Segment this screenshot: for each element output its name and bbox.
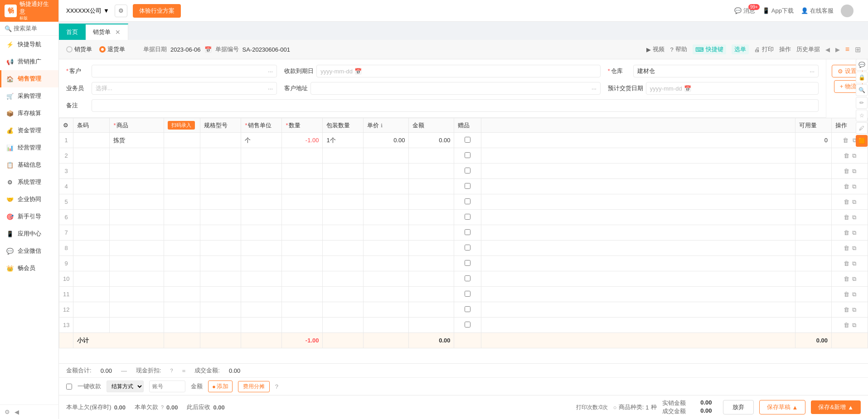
trial-button[interactable]: 体验行业方案	[133, 4, 181, 18]
list-view-icon[interactable]: ≡	[845, 45, 849, 53]
return-bill-radio[interactable]: 退货单	[99, 45, 125, 53]
row-spec-1[interactable]	[200, 133, 241, 148]
fee-split-button[interactable]: 费用分摊	[238, 381, 270, 392]
sidebar-item-system[interactable]: ⚙ 系统管理	[0, 173, 58, 191]
gift-checkbox-8[interactable]	[465, 245, 470, 250]
one-click-payment-checkbox[interactable]	[66, 384, 72, 390]
delete-icon-2[interactable]: 🗑	[844, 152, 849, 159]
delete-icon-12[interactable]: 🗑	[844, 306, 849, 313]
vap-edit[interactable]: ✏	[856, 97, 868, 109]
save-new-button[interactable]: 保存&新增 ▲	[811, 400, 861, 414]
vap-pen[interactable]: 🖊	[856, 122, 868, 134]
message-button[interactable]: 💬 消息 99+	[734, 7, 755, 15]
delete-icon-6[interactable]: 🗑	[844, 214, 849, 221]
arrears-help-icon[interactable]: ?	[161, 405, 164, 410]
expected-date-picker-icon[interactable]: 📅	[684, 85, 691, 92]
save-draft-button[interactable]: 保存草稿 ▲	[759, 400, 806, 414]
sales-bill-radio[interactable]: 销货单	[66, 45, 92, 53]
copy-icon-11[interactable]: ⧉	[852, 291, 856, 298]
company-selector[interactable]: XXXXXX公司 ▼	[66, 7, 109, 15]
customer-dots[interactable]: ···	[268, 68, 273, 75]
vap-orange[interactable]: 🟧	[856, 135, 868, 147]
settle-method-select[interactable]: 结算方式	[107, 380, 144, 392]
scan-button[interactable]: 扫码录入	[168, 121, 195, 130]
product-kind-icon[interactable]: ○	[613, 404, 617, 411]
warehouse-input[interactable]: 建材仓 ···	[633, 65, 819, 77]
row-note-1[interactable]	[481, 133, 795, 148]
app-download-button[interactable]: 📱 App下载	[762, 7, 794, 15]
discount-info-icon[interactable]: ?	[170, 368, 173, 373]
calendar-icon[interactable]: 📅	[204, 46, 212, 53]
gift-checkbox-7[interactable]	[465, 229, 470, 235]
delete-icon-10[interactable]: 🗑	[844, 275, 849, 282]
choose-action[interactable]: 选单	[732, 44, 749, 54]
row-qty-1[interactable]: -1.00	[282, 133, 323, 148]
vap-search[interactable]: 🔍	[856, 84, 868, 96]
sidebar-item-sales[interactable]: 🏠 销售管理	[0, 70, 58, 87]
delete-icon-7[interactable]: 🗑	[844, 229, 849, 236]
row-price-1[interactable]: 0.00	[364, 133, 409, 148]
delete-icon-5[interactable]: 🗑	[844, 198, 849, 205]
sidebar-item-quick-nav[interactable]: ⚡ 快捷导航	[0, 36, 58, 53]
sidebar-search[interactable]: 🔍 搜索菜单	[0, 22, 58, 36]
prev-icon[interactable]: ◀	[825, 46, 830, 53]
delete-icon-9[interactable]: 🗑	[844, 260, 849, 267]
copy-icon-9[interactable]: ⧉	[852, 260, 856, 267]
warehouse-dots[interactable]: ···	[810, 68, 815, 75]
gift-checkbox-6[interactable]	[465, 214, 470, 220]
copy-icon-4[interactable]: ⧉	[852, 183, 856, 190]
addr-dots[interactable]: ···	[592, 85, 596, 92]
delete-icon-3[interactable]: 🗑	[844, 168, 849, 174]
add-payment-button[interactable]: ● 添加	[208, 380, 233, 392]
th-scan[interactable]: 扫码录入	[164, 118, 200, 133]
gift-checkbox-12[interactable]	[465, 306, 470, 312]
row-pack-qty-1[interactable]: 1个	[323, 133, 364, 148]
sidebar-item-inventory[interactable]: 📦 库存核算	[0, 105, 58, 122]
row-amount-1[interactable]: 0.00	[409, 133, 454, 148]
help-action[interactable]: ? 帮助	[670, 45, 687, 53]
sidebar-item-operations[interactable]: 📊 经营管理	[0, 139, 58, 156]
customer-input[interactable]: ···	[92, 65, 277, 77]
copy-icon-2[interactable]: ⧉	[852, 152, 856, 159]
collection-date-input[interactable]: yyyy-mm-dd 📅	[316, 65, 601, 77]
row-product-1[interactable]: 拣货	[110, 133, 164, 148]
sidebar-item-finance[interactable]: 💰 资金管理	[0, 122, 58, 139]
online-service-button[interactable]: 👤 在线客服	[801, 7, 834, 15]
payment-help-icon[interactable]: ?	[275, 383, 278, 390]
gift-checkbox-2[interactable]	[465, 152, 470, 158]
date-picker-icon[interactable]: 📅	[354, 68, 362, 75]
shortcut-action[interactable]: ⌨ 快捷键	[693, 44, 726, 54]
copy-icon-10[interactable]: ⧉	[852, 275, 856, 282]
gift-checkbox-3[interactable]	[465, 168, 470, 173]
grid-view-icon[interactable]: ⊞	[855, 45, 861, 54]
sidebar-item-app-center[interactable]: 📱 应用中心	[0, 225, 58, 242]
collapse-icon[interactable]: ◀	[15, 409, 19, 415]
vap-lock[interactable]: 🔒	[856, 72, 868, 83]
vap-star[interactable]: ☆	[856, 110, 868, 121]
delete-icon-4[interactable]: 🗑	[844, 183, 849, 190]
vap-chat[interactable]: 💬	[856, 59, 868, 71]
delete-icon-1[interactable]: 🗑	[843, 137, 849, 144]
gift-checkbox-9[interactable]	[465, 260, 470, 266]
tab-close-button[interactable]: ✕	[115, 29, 121, 36]
delete-icon-13[interactable]: 🗑	[844, 322, 849, 328]
tab-home[interactable]: 首页	[59, 24, 86, 40]
copy-icon-5[interactable]: ⧉	[852, 198, 856, 205]
remarks-input[interactable]	[92, 99, 819, 112]
copy-icon-3[interactable]: ⧉	[852, 168, 856, 174]
table-wrapper[interactable]: ⚙ 条码 *商品 扫码录入 规格	[59, 118, 868, 363]
gift-checkbox-5[interactable]	[465, 198, 470, 204]
tab-sales-order[interactable]: 销货单 ✕	[86, 24, 128, 40]
sidebar-item-marketing[interactable]: 📢 营销推广	[0, 53, 58, 70]
row-unit-1[interactable]: 个	[241, 133, 282, 148]
copy-icon-12[interactable]: ⧉	[852, 306, 856, 313]
user-avatar[interactable]	[841, 5, 853, 17]
copy-icon-13[interactable]: ⧉	[852, 322, 856, 328]
sidebar-item-wechat[interactable]: 💬 企业微信	[0, 242, 58, 260]
gift-checkbox-10[interactable]	[465, 275, 470, 281]
gift-checkbox-11[interactable]	[465, 291, 470, 297]
copy-icon-6[interactable]: ⧉	[852, 214, 856, 221]
topbar-settings-button[interactable]: ⚙	[115, 5, 127, 17]
row-gift-1[interactable]	[454, 133, 481, 148]
operate-action[interactable]: 操作	[779, 45, 791, 53]
